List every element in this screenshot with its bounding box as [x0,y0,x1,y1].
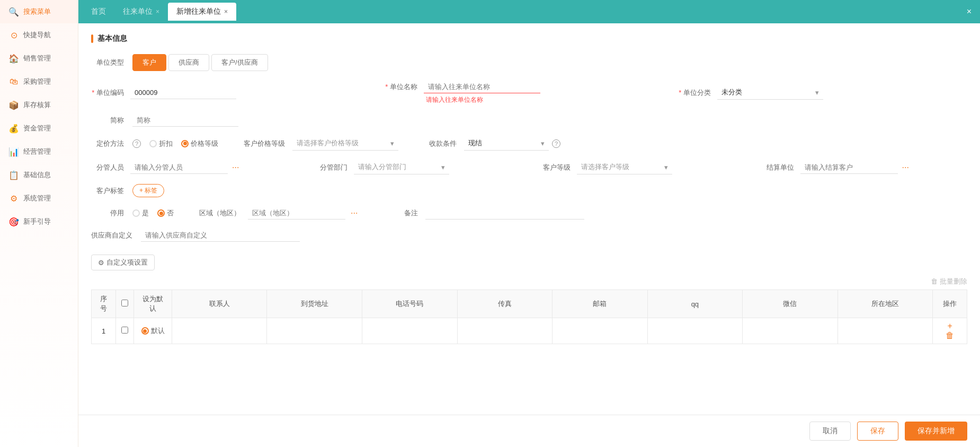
sidebar-item-finance[interactable]: 💰 资金管理 [0,117,78,140]
unit-code-input[interactable] [130,86,236,99]
row-delete-btn[interactable]: 🗑 [943,331,956,340]
row-add-btn[interactable]: + [945,321,954,330]
sidebar-item-search[interactable]: 🔍 搜索菜单 [0,0,78,23]
tab-new-counterparty[interactable]: 新增往来单位 × [168,3,236,21]
row-contact [172,318,267,344]
tab-home[interactable]: 首页 [83,3,114,21]
row-address-input[interactable] [272,327,357,335]
payment-terms-chevron [541,139,545,147]
short-name-input[interactable] [132,114,238,127]
custom-settings-btn[interactable]: ⚙ 自定义项设置 [91,255,155,270]
row-default-radio-circle [141,327,149,335]
sidebar-item-sales[interactable]: 🏠 销售管理 [0,47,78,70]
quicknav-icon: ⊙ [8,30,19,40]
tab-new-counterparty-label: 新增往来单位 [176,7,221,16]
customer-price-select[interactable]: 请选择客户价格等级 [292,136,398,151]
radio-discount-circle [149,140,157,147]
guide-icon: 🎯 [8,216,19,227]
unit-type-row: 单位类型 客户 供应商 客户/供应商 [91,54,967,71]
customer-level-select[interactable]: 请选择客户等级 [577,160,672,174]
dept-label: 分管部门 [315,163,352,172]
tab-counterparty-label: 往来单位 [123,7,153,16]
col-wechat: 微信 [743,290,838,318]
col-fax: 传真 [457,290,553,318]
unit-code-col: 单位编码 [91,86,380,99]
tab-counterparty-close[interactable]: × [156,8,159,15]
customer-level-col: 客户等级 请选择客户等级 [538,160,744,174]
tag-add-button[interactable]: + 标签 [132,184,164,197]
row-phone-input[interactable] [368,327,452,335]
supplier-custom-input[interactable] [141,229,300,242]
settlement-more-btn[interactable]: ··· [900,163,911,172]
payment-terms-help-icon[interactable]: ? [552,139,560,148]
region-more-btn[interactable]: ··· [349,208,360,218]
cancel-button[interactable]: 取消 [809,422,851,441]
table-section: ⚙ 自定义项设置 🗑 批量删除 序号 设为默认 联系人 到货地址 电话号码 传真 [91,255,967,344]
sidebar-item-operations[interactable]: 📊 经营管理 [0,140,78,163]
tab-new-counterparty-close[interactable]: × [224,8,228,15]
main-area: 首页 往来单位 × 新增往来单位 × × 基本信息 单位类型 客户 供应商 客户… [78,0,980,447]
settlement-input[interactable] [800,161,898,174]
customer-price-label: 客户价格等级 [244,139,289,148]
row-contact-input[interactable] [177,327,262,335]
sidebar-label-finance: 资金管理 [23,124,51,133]
close-all-tabs[interactable]: × [963,5,976,19]
row-action: + 🗑 [933,318,967,344]
btn-supplier[interactable]: 供应商 [168,54,209,71]
radio-no[interactable]: 否 [157,208,174,218]
supervisor-col: 分管人员 ··· [91,161,298,174]
batch-delete-label[interactable]: 批量删除 [940,277,967,285]
settlement-label: 结算单位 [761,163,798,172]
col-email: 邮箱 [553,290,648,318]
unit-code-label: 单位编码 [91,88,128,98]
table-row: 1 默认 [92,318,967,344]
section-bar-icon [91,34,93,43]
sidebar-item-basic[interactable]: 📋 基础信息 [0,163,78,187]
payment-terms-value: 现结 [468,138,482,148]
row-fax-input[interactable] [463,327,547,335]
row-wechat [743,318,838,344]
dept-placeholder: 请输入分管部门 [358,162,406,172]
unit-name-input[interactable] [424,81,540,93]
sales-icon: 🏠 [8,53,19,64]
region-input[interactable] [248,207,345,220]
payment-terms-select[interactable]: 现结 [464,136,549,151]
row-region [838,318,933,344]
btn-customer[interactable]: 客户 [132,54,166,71]
col-region: 所在地区 [838,290,933,318]
row-qq-input[interactable] [653,327,737,335]
remark-input[interactable] [425,207,584,220]
btn-both[interactable]: 客户/供应商 [211,54,268,71]
sidebar-item-quicknav[interactable]: ⊙ 快捷导航 [0,23,78,47]
inventory-icon: 📦 [8,100,19,110]
select-all-checkbox[interactable] [121,300,128,306]
radio-discount[interactable]: 折扣 [149,139,173,148]
settings-gear-icon: ⚙ [98,259,104,267]
dept-chevron [441,163,445,171]
sidebar-item-purchase[interactable]: 🛍 采购管理 [0,70,78,93]
sidebar-item-guide[interactable]: 🎯 新手引导 [0,210,78,233]
save-new-button[interactable]: 保存并新增 [905,422,967,441]
row-default-radio[interactable]: 默认 [139,326,166,336]
radio-yes-circle [132,209,140,217]
pricing-help-icon[interactable]: ? [132,139,141,148]
row-wechat-input[interactable] [748,327,832,335]
row-select-checkbox[interactable] [121,327,128,334]
row-email-input[interactable] [558,327,642,335]
radio-yes[interactable]: 是 [132,208,149,218]
radio-price-level[interactable]: 价格等级 [181,139,218,148]
custom-settings-label: 自定义项设置 [106,258,148,267]
supervisor-more-btn[interactable]: ··· [230,163,241,172]
sidebar-label-quicknav: 快捷导航 [23,30,51,40]
finance-icon: 💰 [8,123,19,134]
dept-select[interactable]: 请输入分管部门 [354,160,449,174]
sidebar-item-system[interactable]: ⚙ 系统管理 [0,187,78,210]
save-button[interactable]: 保存 [857,422,898,441]
sidebar-item-inventory[interactable]: 📦 库存核算 [0,93,78,117]
supervisor-input[interactable] [130,161,228,174]
tag-add-label: + 标签 [139,186,157,195]
unit-category-select[interactable]: 未分类 [717,85,823,100]
tab-counterparty[interactable]: 往来单位 × [114,3,168,21]
basic-icon: 📋 [8,170,19,180]
row-region-input[interactable] [843,327,928,335]
